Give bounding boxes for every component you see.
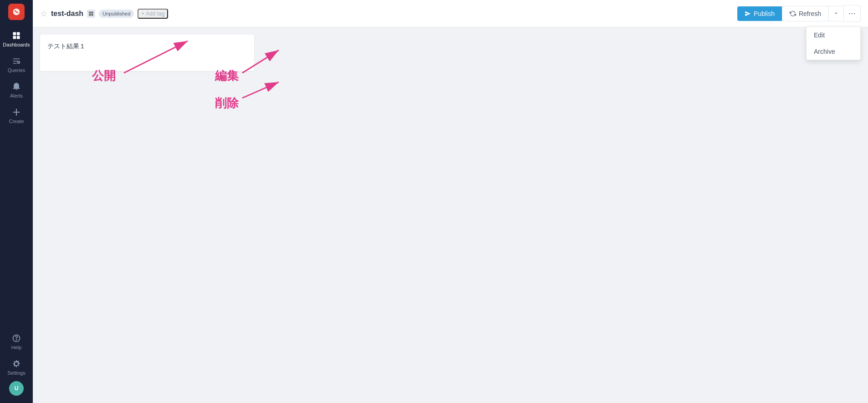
dropdown-item-edit[interactable]: Edit (807, 27, 860, 43)
sidebar-item-label: Queries (8, 67, 26, 73)
svg-rect-13 (89, 14, 91, 16)
create-icon (12, 108, 21, 117)
svg-line-20 (242, 82, 279, 98)
publish-button[interactable]: Publish (737, 6, 782, 21)
avatar[interactable]: U (9, 381, 24, 396)
help-icon (12, 334, 21, 343)
svg-rect-7 (13, 63, 17, 64)
svg-rect-5 (13, 58, 20, 59)
sidebar-item-label: Help (11, 345, 22, 350)
sidebar-item-dashboards[interactable]: Dashboards (2, 27, 31, 51)
annotation-overlay: 公開 編集 削除 (33, 27, 868, 403)
dashboard-icon-small (87, 10, 95, 18)
svg-text:削除: 削除 (215, 96, 239, 110)
svg-rect-3 (13, 36, 16, 39)
logo-icon (11, 7, 21, 17)
svg-point-10 (16, 340, 16, 340)
sidebar-item-label: Create (9, 119, 24, 124)
widget-card: テスト結果１ (40, 35, 254, 71)
svg-rect-2 (17, 32, 20, 36)
sidebar-item-queries[interactable]: Queries (2, 53, 31, 77)
dashboard-content: テスト結果１ 公開 編集 削除 (33, 27, 868, 403)
sidebar-item-create[interactable]: Create (2, 104, 31, 128)
dropdown-menu: Edit Archive (806, 26, 861, 60)
sidebar-item-help[interactable]: Help (2, 330, 31, 354)
status-badge: Unpublished (99, 10, 134, 18)
widget-text: テスト結果１ (47, 42, 86, 50)
add-tag-label: + Add tag (141, 10, 164, 17)
svg-rect-12 (92, 11, 93, 13)
header: ☆ test-dash Unpublished + Add tag Publis… (33, 0, 868, 27)
settings-icon (12, 359, 21, 368)
alerts-icon (12, 82, 21, 91)
main-content: ☆ test-dash Unpublished + Add tag Publis… (33, 0, 868, 403)
add-tag-button[interactable]: + Add tag (138, 9, 168, 19)
svg-point-8 (18, 61, 20, 63)
more-options-button[interactable]: ⋯ (844, 5, 861, 22)
refresh-label: Refresh (799, 10, 821, 17)
sidebar: Dashboards Queries Alerts Create (0, 0, 33, 403)
header-actions: Publish Refresh ⋯ (737, 5, 861, 22)
dashboard-icon (12, 31, 21, 40)
publish-label: Publish (754, 10, 775, 17)
publish-icon (745, 10, 751, 17)
svg-rect-11 (89, 11, 91, 13)
app-logo[interactable] (8, 4, 25, 20)
svg-rect-14 (92, 14, 93, 16)
sidebar-item-alerts[interactable]: Alerts (2, 78, 31, 102)
sidebar-item-label: Alerts (10, 93, 23, 98)
queries-icon (12, 57, 21, 66)
sidebar-bottom: Help Settings U (2, 330, 31, 399)
refresh-icon (790, 10, 796, 17)
sidebar-nav: Dashboards Queries Alerts Create (2, 27, 31, 330)
svg-rect-1 (13, 32, 16, 36)
sidebar-item-label: Dashboards (3, 42, 30, 47)
sidebar-item-settings[interactable]: Settings (2, 356, 31, 379)
dropdown-item-archive[interactable]: Archive (807, 43, 860, 60)
page-title: test-dash (51, 10, 83, 18)
dropdown-arrow-button[interactable] (829, 6, 844, 21)
sidebar-item-label: Settings (7, 370, 26, 376)
refresh-button[interactable]: Refresh (782, 6, 829, 21)
more-dots: ⋯ (848, 10, 856, 17)
svg-rect-4 (17, 36, 20, 39)
favorite-star[interactable]: ☆ (40, 9, 47, 19)
chevron-down-icon (833, 10, 839, 16)
